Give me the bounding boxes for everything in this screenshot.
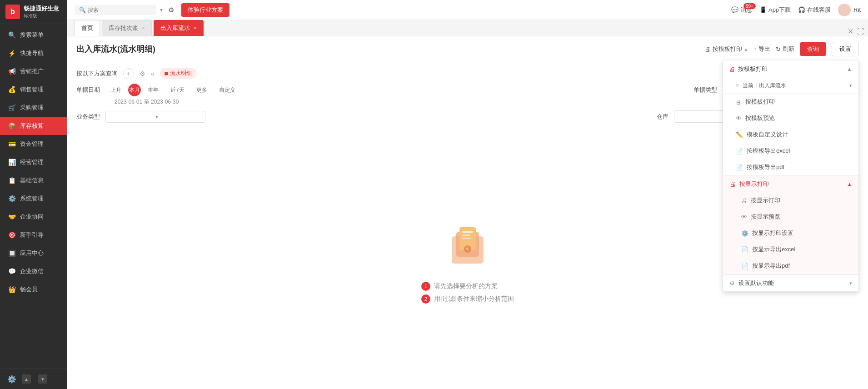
dropdown-item-display-settings[interactable]: ⚙️ 按显示打印设置 [723,225,858,241]
filter-settings-icon[interactable]: ⚙ [140,70,145,77]
sidebar-item-collab-label: 企业协同 [20,213,44,221]
sidebar-item-wecom-label: 企业微信 [20,267,44,275]
date-tag-this-year[interactable]: 本年 [143,85,164,96]
date-tag-7days[interactable]: 近7天 [165,85,190,96]
sidebar-item-purchase-label: 采购管理 [20,104,44,112]
sidebar-item-wecom[interactable]: 💬 企业微信 [0,262,67,280]
dropdown-item-template-print[interactable]: 🖨 按模板打印 [723,94,858,110]
dropdown-section-display: 🖨 按显示打印 ▲ 🖨 按显示打印 👁 按显示预览 ⚙️ 按显示打印设置 [723,175,858,274]
dropdown-print-icon: 🖨 [729,66,735,73]
dropdown-footer-settings[interactable]: ⚙ 设置默认功能 ▾ [723,274,858,291]
sidebar-logo: b 畅捷通好生意 标准版 [0,0,67,24]
display-excel-label: 按显示导出excel [752,245,795,254]
dropdown-item-display-preview[interactable]: 👁 按显示预览 [723,209,858,225]
sidebar-item-marketing-label: 营销推广 [20,67,44,75]
business-type-select[interactable]: ▾ [105,111,205,123]
sidebar-item-purchase[interactable]: 🛒 采购管理 [0,99,67,117]
settings-footer-icon[interactable]: ⚙️ [7,375,16,384]
page-actions: 🖨 按模板打印 ▲ ↑ 导出 ↻ 刷新 查询 设置 [705,42,859,62]
dropdown-item-template-custom[interactable]: ✏️ 模板自定义设计 [723,126,858,143]
dropdown-item-display-excel[interactable]: 📄 按显示导出excel [723,241,858,258]
print-template-btn[interactable]: 🖨 按模板打印 ▲ [705,45,748,53]
dropdown-item-display-print[interactable]: 🖨 按显示打印 [723,192,858,209]
sidebar-item-apps[interactable]: 🔲 应用中心 [0,244,67,262]
sidebar-item-quicknav[interactable]: ⚡ 快捷导航 [0,44,67,62]
header-search-box[interactable]: 🔍 [75,5,156,15]
messages-button[interactable]: 💬 消息 99+ [731,6,752,14]
tab-batch-label: 库存批次账 [109,24,138,32]
export-btn[interactable]: ↑ 导出 [754,45,771,53]
date-tag-this-month[interactable]: 本月 [128,84,141,96]
sidebar-item-collab[interactable]: 🤝 企业协同 [0,208,67,226]
display-section-icon: 🖨 [729,180,736,188]
sidebar-scroll-down[interactable]: ▼ [38,374,47,384]
date-field-label: 单据日期 [76,86,100,94]
tab-flow[interactable]: 出入库流水 × [154,20,204,36]
tab-maximize-icon[interactable]: ⛶ [857,28,864,36]
search-input[interactable] [88,7,147,13]
current-item-icon: ≡ [736,83,739,89]
tab-flow-label: 出入库流水 [160,24,190,32]
sidebar-item-member[interactable]: 👑 畅会员 [0,280,67,299]
filter-collapse-icon[interactable]: « [151,70,155,77]
app-download-icon: 📱 [759,6,767,13]
tab-batch[interactable]: 库存批次账 × [102,20,152,36]
display-print-label: 按显示打印 [751,196,780,204]
header-search-chevron[interactable]: ▾ [160,7,163,13]
sidebar-item-marketing[interactable]: 📢 营销推广 [0,62,67,80]
footer-settings-icon: ⚙ [729,280,735,287]
display-preview-icon: 👁 [741,214,747,220]
date-tag-custom[interactable]: 自定义 [214,85,240,96]
app-download-button[interactable]: 📱 App下载 [759,6,791,14]
sidebar-footer: ⚙️ ▲ ▼ [0,369,67,389]
tab-close-all-icon[interactable]: ✕ [848,27,853,36]
sidebar-scroll-up[interactable]: ▲ [22,374,31,384]
dropdown-item-template-preview[interactable]: 👁 按模板预览 [723,110,858,126]
date-tag-more[interactable]: 更多 [191,85,212,96]
search-icon: 🔍 [7,30,16,40]
empty-illustration: ? [440,218,495,273]
collab-icon: 🤝 [7,212,16,221]
filter-chip-flow[interactable]: 流水明细 [160,68,196,79]
sidebar-item-sales[interactable]: 💰 销售管理 [0,80,67,99]
print-icon: 🖨 [705,46,711,53]
date-tag-last-month[interactable]: 上月 [105,85,126,96]
dropdown-item-display-pdf[interactable]: 📄 按显示导出pdf [723,258,858,274]
tab-home[interactable]: 首页 [75,20,100,36]
sidebar-item-inventory[interactable]: 📦 库存核算 [0,117,67,135]
sidebar-item-basic-label: 基础信息 [20,176,44,185]
display-section-chevron: ▲ [847,181,852,187]
sidebar-item-basic[interactable]: 📋 基础信息 [0,171,67,190]
query-button[interactable]: 查询 [800,42,826,56]
display-section-label: 按显示打印 [739,180,769,188]
dropdown-item-template-pdf[interactable]: 📄 按模板导出pdf [723,159,858,175]
apps-icon: 🔲 [7,249,16,258]
sales-icon: 💰 [7,85,16,94]
sidebar-item-guide-label: 新手引导 [20,231,44,239]
tab-bar-controls: ✕ ⛶ [848,27,868,36]
dropdown-section-display-header[interactable]: 🖨 按显示打印 ▲ [723,176,858,192]
guide-icon: 🎯 [7,230,16,239]
dropdown-current-item[interactable]: ≡ 当前：出入库流水 ▾ [723,78,858,94]
user-info[interactable]: Rit [838,4,861,16]
tab-flow-close[interactable]: × [194,25,197,31]
header-gear-icon[interactable]: ⚙ [168,6,174,14]
trial-button[interactable]: 体验行业方案 [181,3,229,17]
headset-icon: 🎧 [798,6,805,13]
tab-batch-close[interactable]: × [142,25,145,31]
sidebar-item-finance[interactable]: 💳 资金管理 [0,135,67,153]
sidebar-item-system[interactable]: ⚙️ 系统管理 [0,190,67,208]
dropdown-chevron-up[interactable]: ▲ [847,66,852,72]
sidebar-item-search[interactable]: 🔍 搜索菜单 [0,26,67,44]
dropdown-item-template-excel[interactable]: 📄 按模板导出excel [723,143,858,159]
refresh-btn[interactable]: ↻ 刷新 [776,45,794,53]
online-service-button[interactable]: 🎧 在线客服 [798,6,831,14]
empty-step-2: 2 用[过滤]条件来缩小分析范围 [421,294,514,304]
sidebar-item-operations[interactable]: 📊 经营管理 [0,153,67,171]
settings-button[interactable]: 设置 [832,42,859,56]
sidebar-item-guide[interactable]: 🎯 新手引导 [0,226,67,244]
page-content: 出入库流水(流水明细) 🖨 按模板打印 ▲ ↑ 导出 ↻ 刷新 查询 设置 [67,36,868,389]
finance-icon: 💳 [7,140,16,149]
filter-add-btn[interactable]: + [123,68,134,79]
filter-label: 按以下方案查询 [76,70,118,78]
